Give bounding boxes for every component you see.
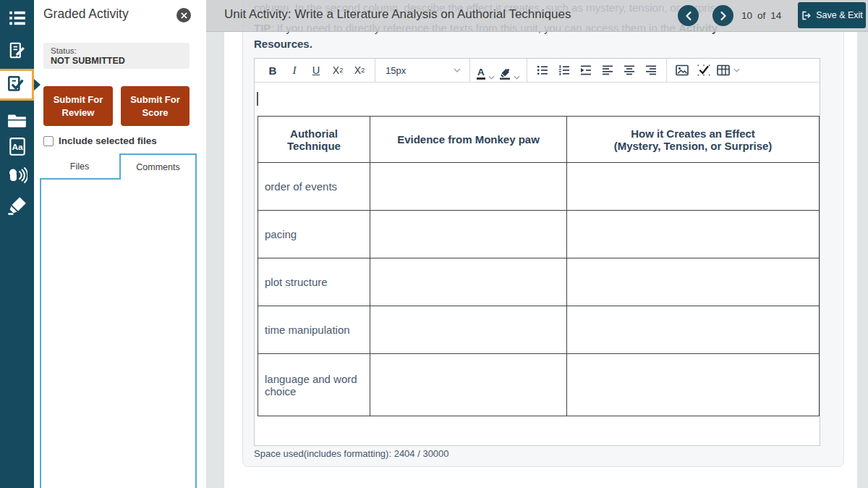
evidence-cell-empty[interactable] [370,258,567,306]
align-center-icon [624,64,635,76]
evidence-cell-empty[interactable] [370,354,567,416]
rich-text-editor: B I U X2 X2 15px A [254,58,820,446]
header-effect[interactable]: How it Creates an Effect(Mystery, Tensio… [567,117,820,163]
chevron-down-icon [733,68,740,72]
activity-document-card: column. In the second column, describe t… [242,0,844,467]
sidebar-item-highlighter[interactable] [0,191,34,220]
evidence-cell-empty[interactable] [370,211,567,258]
text-to-speech-icon [7,167,27,185]
numbered-list-icon [558,64,570,76]
graded-activity-icon [6,75,26,95]
technique-cell[interactable]: pacing [258,211,370,258]
font-size-value: 15px [386,65,406,76]
bullet-list-button[interactable] [534,61,551,80]
insert-image-button[interactable] [673,61,691,80]
chevron-down-icon [488,75,495,80]
close-panel-button[interactable] [176,8,191,22]
tab-files[interactable]: Files [40,154,119,180]
text-color-button[interactable]: A [477,61,495,80]
assignment-edit-icon [8,41,27,60]
table-header-row: AuthorialTechnique Evidence from Monkey … [258,117,820,163]
page-total: 14 [770,10,781,21]
highlighter-icon [7,195,27,216]
equation-check-icon [697,64,710,76]
submit-for-review-button[interactable]: Submit For Review [43,86,113,126]
indent-icon [580,64,592,76]
bold-button[interactable]: B [264,61,281,80]
next-page-button[interactable] [712,5,733,26]
technique-cell[interactable]: time manipulation [258,306,370,354]
page-indicator: 10 of 14 [741,10,781,21]
table-icon [717,64,730,76]
sidebar-item-dictionary[interactable]: Aa [0,132,34,161]
chevron-down-icon [454,68,461,72]
equation-editor-button[interactable] [695,61,712,80]
chevron-down-icon [514,75,520,80]
right-scrollbar-track[interactable] [857,32,868,488]
folder-icon [7,112,27,129]
activity-title: Unit Activity: Write a Literature Analys… [224,7,571,22]
dictionary-icon: Aa [8,137,27,157]
space-used-counter: Space used(includes formatting): 2404 / … [254,448,449,459]
effect-cell-empty[interactable] [567,211,820,258]
evidence-cell-empty[interactable] [370,163,567,211]
table-row: time manipulation [258,306,820,354]
submit-for-score-button[interactable]: Submit For Score [121,86,190,126]
underline-button[interactable]: U [307,61,325,80]
insert-table-button[interactable] [717,61,740,80]
status-value: NOT SUBMITTED [51,56,182,66]
technique-cell[interactable]: language and word choice [258,354,370,416]
technique-cell[interactable]: plot structure [258,258,370,306]
sidebar-item-text-to-speech[interactable] [0,161,34,190]
panel-title: Graded Activity [43,7,129,22]
save-and-exit-button[interactable]: Save & Exit [798,2,866,28]
effect-cell-empty[interactable] [567,306,820,354]
active-panel-arrow [34,79,41,91]
editor-content-area[interactable]: AuthorialTechnique Evidence from Monkey … [255,83,820,445]
sidebar-item-graded-activity-active[interactable] [0,69,34,101]
previous-page-button[interactable] [678,5,699,26]
subscript-button[interactable]: X2 [351,61,368,80]
header-evidence[interactable]: Evidence from Monkey paw [370,117,567,163]
highlight-color-button[interactable] [499,61,520,80]
toolbar-divider [527,59,527,83]
align-left-button[interactable] [599,61,616,80]
align-center-button[interactable] [621,61,638,80]
effect-cell-empty[interactable] [567,258,820,306]
technique-cell[interactable]: order of events [258,163,370,211]
sidebar-item-files[interactable] [0,106,34,135]
numbered-list-button[interactable] [556,61,573,80]
close-icon [181,12,187,19]
status-label: Status: [51,46,182,55]
toolbar-divider [469,59,470,83]
app-root: column. In the second column, describe t… [0,0,868,488]
evidence-cell-empty[interactable] [370,306,567,354]
status-box: Status: NOT SUBMITTED [43,43,190,69]
indent-button[interactable] [577,61,595,80]
table-row: language and word choice [258,354,820,416]
tab-comments[interactable]: Comments [119,153,197,180]
chevron-right-icon [719,11,728,21]
effect-cell-empty[interactable] [567,163,820,211]
effect-cell-empty[interactable] [567,354,820,416]
authorial-techniques-table: AuthorialTechnique Evidence from Monkey … [258,116,820,416]
bullet-list-icon [537,64,548,76]
sidebar-item-toc[interactable] [0,4,34,33]
left-scrollbar-track[interactable] [206,32,224,488]
graded-activity-panel: Graded Activity Status: NOT SUBMITTED Su… [34,0,206,488]
chevron-left-icon [684,11,693,21]
header-authorial-technique[interactable]: AuthorialTechnique [258,117,370,163]
include-files-label: Include selected files [59,135,157,146]
toc-icon [8,9,27,28]
sidebar-item-assignment[interactable] [0,36,34,65]
align-right-button[interactable] [642,61,660,80]
table-row: order of events [258,163,820,211]
font-size-select[interactable]: 15px [380,61,465,80]
superscript-button[interactable]: X2 [329,61,346,80]
table-row: plot structure [258,258,820,306]
include-files-row: Include selected files [43,135,157,146]
align-right-icon [645,64,657,76]
italic-button[interactable]: I [286,61,303,80]
include-files-checkbox[interactable] [43,136,54,146]
toolbar-divider [375,59,375,83]
